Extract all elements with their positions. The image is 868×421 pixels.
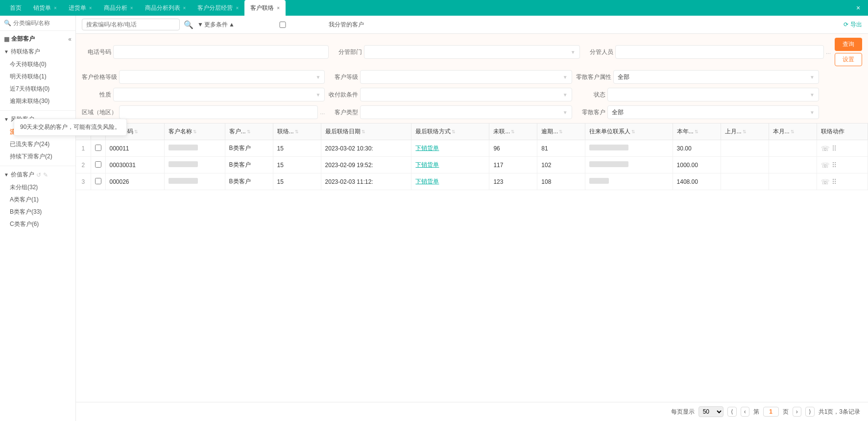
sidebar-item-7days[interactable]: 近7天待联络(0) (0, 83, 75, 95)
last-contact-date: 2023-02-09 19:52: (321, 157, 411, 173)
more-action-icon[interactable]: ⠿ (832, 145, 837, 152)
this-month-amount (769, 140, 817, 157)
col-last-contact-date[interactable]: 最后联络日期 ⇅ (321, 124, 411, 140)
close-icon[interactable]: × (277, 5, 280, 11)
my-customers-check[interactable] (239, 22, 327, 28)
sidebar-item-unclassified[interactable]: 未分组(32) (0, 181, 75, 194)
col-company-contact[interactable]: 往来单位联系人 ⇅ (585, 124, 673, 140)
col-overdue[interactable]: 逾期... ⇅ (537, 124, 585, 140)
arrow-down-icon: ▼ (4, 117, 9, 122)
contact-method-link[interactable]: 下销货单 (415, 161, 439, 168)
more-action-icon[interactable]: ⠿ (832, 178, 837, 186)
col-customer-name[interactable]: 客户名称 ⇅ (164, 124, 225, 140)
col-last-contact-method[interactable]: 最后联络方式 ⇅ (411, 124, 489, 140)
query-button[interactable]: 查询 (835, 38, 862, 51)
contact-action-icon[interactable]: ☏ (821, 178, 830, 186)
first-page-button[interactable]: ⟨ (727, 407, 737, 417)
col-this-month[interactable]: 本月... ⇅ (769, 124, 817, 140)
tab-customer-contact[interactable]: 客户联络 × (244, 0, 286, 16)
col-contact-count[interactable]: 联络... ⇅ (273, 124, 321, 140)
filter-price-level: 客户价格等级 ▼ (82, 70, 325, 84)
next-page-button[interactable]: › (793, 407, 801, 417)
filter-dept-select[interactable]: ▼ (364, 45, 579, 59)
tab-customer-tier[interactable]: 客户分层经营 × (192, 0, 244, 16)
sidebar-item-class-b[interactable]: B类客户(33) (0, 206, 75, 218)
last-contact-date: 2023-03-02 10:30: (321, 140, 411, 157)
prev-page-button[interactable]: ‹ (741, 407, 749, 417)
search-button[interactable]: 🔍 (184, 20, 193, 29)
close-icon[interactable]: × (130, 5, 133, 11)
page-size-select[interactable]: 50 20 100 (699, 406, 723, 417)
blurred-name (169, 145, 198, 150)
last-contact-method[interactable]: 下销货单 (411, 140, 489, 157)
filter-icon: ▼ (197, 21, 203, 28)
row-checkbox[interactable] (95, 145, 101, 151)
filter-retail-attr-select[interactable]: 全部 ▼ (613, 70, 819, 84)
contact-method-link[interactable]: 下销货单 (415, 178, 439, 185)
more-options-icon[interactable]: ... (826, 49, 831, 55)
filter-nature-select[interactable]: ▼ (113, 88, 325, 101)
sidebar-item-class-a[interactable]: A类客户(1) (0, 194, 75, 206)
last-page-button[interactable]: ⟩ (805, 407, 815, 417)
sidebar-search-input[interactable] (13, 20, 72, 26)
filter-price-select[interactable]: ▼ (119, 70, 325, 84)
row-checkbox-cell[interactable] (91, 157, 105, 173)
close-icon[interactable]: × (54, 5, 57, 11)
filter-cust-type-select[interactable]: ▼ (360, 105, 572, 119)
sidebar-group-title-value[interactable]: ▼ 价值客户 ↺ ✎ (0, 168, 75, 181)
sidebar-item-declining[interactable]: 持续下滑客户(2) (0, 150, 75, 163)
window-close-button[interactable]: × (848, 0, 868, 16)
table-area[interactable]: ⚙ 客户编码 ⇅ 客户名称 (76, 124, 868, 402)
tab-product-list[interactable]: 商品分析列表 × (139, 0, 192, 16)
sidebar-group-title-pending[interactable]: ▼ 待联络客户 (0, 45, 75, 58)
more-conditions-button[interactable]: ▼ 更多条件 ▲ (197, 21, 235, 29)
contact-action-icon[interactable]: ☏ (821, 161, 830, 169)
filter-cust-level-select[interactable]: ▼ (360, 70, 572, 84)
row-checkbox-cell[interactable] (91, 140, 105, 157)
export-button[interactable]: ⟳ 导出 (844, 21, 862, 29)
settings-button[interactable]: 设置 (835, 53, 862, 66)
filter-phone-label: 电话号码 (82, 48, 111, 56)
sidebar-item-churned[interactable]: 已流失客户(24) (0, 138, 75, 150)
contact-count: 15 (273, 173, 321, 190)
row-checkbox-cell[interactable] (91, 173, 105, 190)
filter-payment-select[interactable]: ▼ (360, 88, 572, 101)
search-input[interactable] (82, 19, 180, 30)
more-options-icon[interactable]: ... (320, 109, 325, 116)
page-number-input[interactable] (763, 407, 779, 417)
contact-action-icon[interactable]: ☏ (821, 145, 830, 152)
col-last-month[interactable]: 上月... ⇅ (721, 124, 769, 140)
edit-icon[interactable]: ✎ (43, 172, 48, 178)
filter-status-select[interactable]: ▼ (607, 88, 819, 101)
tab-product-analysis[interactable]: 商品分析 × (98, 0, 139, 16)
close-icon[interactable]: × (183, 5, 186, 11)
tab-purchase[interactable]: 进货单 × (63, 0, 98, 16)
close-icon[interactable]: × (89, 5, 92, 11)
col-unlisted-days[interactable]: 未联... ⇅ (489, 124, 537, 140)
tab-sales[interactable]: 销货单 × (27, 0, 63, 16)
last-contact-method[interactable]: 下销货单 (411, 173, 489, 190)
sidebar-item-overdue[interactable]: 逾期未联络(30) (0, 95, 75, 107)
more-action-icon[interactable]: ⠿ (832, 161, 837, 169)
filter-region-input[interactable] (119, 105, 318, 119)
filter-retail-cust-select[interactable]: 全部 ▼ (607, 105, 819, 119)
sidebar-item-tomorrow[interactable]: 明天待联络(1) (0, 71, 75, 83)
my-customers-checkbox[interactable]: 我分管的客户 (239, 21, 364, 29)
filter-person-label: 分管人员 (584, 48, 613, 56)
close-icon[interactable]: × (236, 5, 239, 11)
last-contact-method[interactable]: 下销货单 (411, 157, 489, 173)
contact-method-link[interactable]: 下销货单 (415, 145, 439, 151)
col-this-year[interactable]: 本年... ⇅ (673, 124, 721, 140)
sidebar-item-today[interactable]: 今天待联络(0) (0, 58, 75, 71)
row-number: 1 (76, 140, 91, 157)
filter-person-select[interactable] (615, 45, 824, 59)
filter-phone-input[interactable] (113, 45, 329, 59)
collapse-button[interactable]: « (68, 36, 72, 43)
tab-home[interactable]: 首页 (4, 0, 27, 16)
sort-icon: ⇅ (134, 129, 138, 134)
sidebar-item-class-c[interactable]: C类客户(6) (0, 218, 75, 230)
col-customer-type[interactable]: 客户... ⇅ (225, 124, 273, 140)
refresh-icon[interactable]: ↺ (36, 172, 41, 178)
row-checkbox[interactable] (95, 178, 101, 184)
row-checkbox[interactable] (95, 161, 101, 168)
